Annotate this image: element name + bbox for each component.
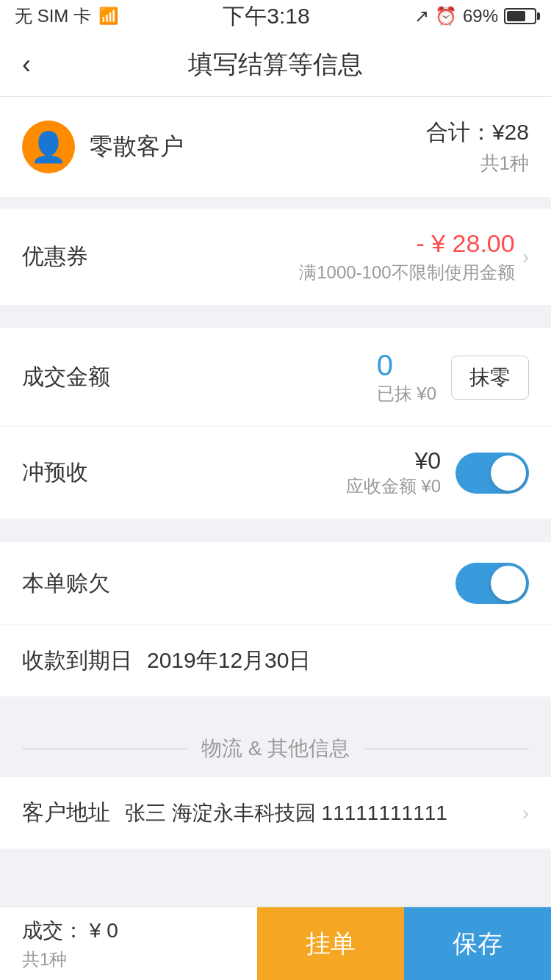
content-area: 👤 零散客户 合计：¥28 共1种 优惠券 - ¥ 28.00 满1000-10… <box>0 97 551 934</box>
round-zero-button[interactable]: 抹零 <box>451 356 529 400</box>
battery-icon <box>504 8 536 24</box>
address-label: 客户地址 <box>22 798 110 828</box>
address-chevron-icon: › <box>522 801 529 825</box>
debt-row: 本单赊欠 <box>0 542 551 624</box>
prepay-receivable: 应收金额 ¥0 <box>346 475 441 498</box>
logistics-divider: 物流 & 其他信息 <box>0 720 551 777</box>
debt-toggle[interactable] <box>455 563 529 604</box>
page-title: 填写结算等信息 <box>188 48 363 82</box>
pending-button[interactable]: 挂单 <box>257 907 404 980</box>
separator-3 <box>0 708 551 720</box>
coupon-right: - ¥ 28.00 满1000-100不限制使用金额 › <box>299 229 529 284</box>
due-date-label: 收款到期日 <box>22 646 132 676</box>
coupon-amount: - ¥ 28.00 满1000-100不限制使用金额 <box>299 229 514 284</box>
bottom-count: 共1种 <box>22 948 235 971</box>
bottom-transaction-amount: ¥ 0 <box>90 919 118 942</box>
chevron-right-icon: › <box>522 245 529 269</box>
status-bar-time: 下午3:18 <box>223 1 309 32</box>
coupon-description: 满1000-100不限制使用金额 <box>299 261 514 284</box>
prepayment-toggle[interactable] <box>455 453 529 494</box>
debt-toggle-knob <box>491 566 526 601</box>
customer-section: 👤 零散客户 合计：¥28 共1种 <box>0 97 551 197</box>
avatar-icon: 👤 <box>30 130 67 165</box>
debt-section: 本单赊欠 收款到期日 2019年12月30日 <box>0 542 551 696</box>
customer-name: 零散客户 <box>90 131 184 163</box>
transaction-label: 成交金额 <box>22 362 140 392</box>
transaction-right: 0 已抹 ¥0 抹零 <box>377 349 529 406</box>
coupon-row[interactable]: 优惠券 - ¥ 28.00 满1000-100不限制使用金额 › <box>0 209 551 305</box>
save-button[interactable]: 保存 <box>404 907 551 980</box>
address-row[interactable]: 客户地址 张三 海淀永丰科技园 11111111111 › <box>0 777 551 849</box>
customer-total: 合计：¥28 <box>426 118 529 148</box>
bottom-transaction-label: 成交： <box>22 919 84 942</box>
customer-right: 合计：¥28 共1种 <box>426 118 529 176</box>
coupon-label: 优惠券 <box>22 242 88 272</box>
prepayment-row: 冲预收 ¥0 应收金额 ¥0 <box>0 427 551 519</box>
status-bar-right: ↗ ⏰ 69% <box>414 6 536 26</box>
transaction-amount[interactable]: 0 <box>377 349 393 381</box>
back-button[interactable]: ‹ <box>22 49 31 80</box>
nav-bar: ‹ 填写结算等信息 <box>0 32 551 97</box>
prepay-amounts: ¥0 应收金额 ¥0 <box>346 447 441 498</box>
debt-label: 本单赊欠 <box>22 569 110 599</box>
rounded-amount-label: 已抹 ¥0 <box>377 382 436 406</box>
logistics-label: 物流 & 其他信息 <box>201 735 350 763</box>
prepayment-label: 冲预收 <box>22 458 140 488</box>
prepay-amount: ¥0 <box>346 447 441 475</box>
location-icon: ↗ <box>414 6 429 26</box>
battery-label: 69% <box>463 6 498 26</box>
logistics-line-left <box>22 749 187 749</box>
separator-2 <box>0 530 551 542</box>
due-date-value[interactable]: 2019年12月30日 <box>147 646 311 676</box>
customer-left: 👤 零散客户 <box>22 120 184 173</box>
due-date-row: 收款到期日 2019年12月30日 <box>0 624 551 696</box>
status-bar: 无 SIM 卡 📶 下午3:18 ↗ ⏰ 69% <box>0 0 551 32</box>
bottom-transaction: 成交： ¥ 0 <box>22 917 235 945</box>
logistics-line-right <box>364 749 529 749</box>
battery-fill <box>507 11 525 21</box>
prepayment-right: ¥0 应收金额 ¥0 <box>346 447 529 498</box>
separator-1 <box>0 317 551 328</box>
alarm-icon: ⏰ <box>435 6 457 26</box>
wifi-icon: 📶 <box>98 7 118 26</box>
bottom-bar: 成交： ¥ 0 共1种 挂单 保存 <box>0 907 551 980</box>
bottom-info: 成交： ¥ 0 共1种 <box>0 907 257 980</box>
customer-count: 共1种 <box>426 151 529 176</box>
status-bar-left: 无 SIM 卡 📶 <box>15 4 118 28</box>
address-value: 张三 海淀永丰科技园 11111111111 <box>110 799 522 827</box>
carrier-label: 无 SIM 卡 <box>15 4 91 28</box>
toggle-knob <box>491 455 526 491</box>
transaction-row: 成交金额 0 已抹 ¥0 抹零 <box>0 328 551 427</box>
customer-avatar: 👤 <box>22 120 75 173</box>
transaction-section: 成交金额 0 已抹 ¥0 抹零 冲预收 ¥0 应收金额 ¥0 <box>0 328 551 519</box>
coupon-discount: - ¥ 28.00 <box>299 229 514 258</box>
